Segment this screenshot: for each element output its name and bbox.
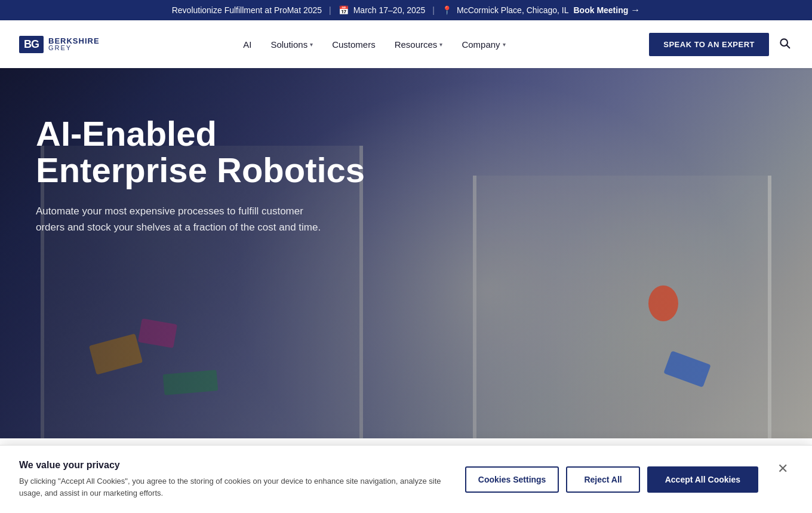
logo-link[interactable]: BG BERKSHIRE GREY <box>19 36 100 53</box>
nav-link-customers-label: Customers <box>332 39 376 50</box>
top-banner: Revolutionize Fulfillment at ProMat 2025… <box>0 0 812 20</box>
banner-cta-link[interactable]: Book Meeting → <box>574 5 641 16</box>
speak-to-expert-button[interactable]: SPEAK TO AN EXPERT <box>649 33 769 56</box>
nav-link-company[interactable]: Company ▾ <box>453 35 513 54</box>
hero-title-line1: AI-Enabled <box>36 114 217 153</box>
logo-line2: GREY <box>48 45 100 51</box>
banner-cta-text: Book Meeting <box>574 5 629 15</box>
svg-line-1 <box>787 45 790 48</box>
nav-link-solutions[interactable]: Solutions ▾ <box>262 35 321 54</box>
banner-sep2: | <box>432 5 435 15</box>
logo-initials: BG <box>24 38 39 51</box>
chevron-down-icon: ▾ <box>310 41 313 48</box>
banner-event-icon: 📅 <box>339 5 349 15</box>
nav-link-solutions-label: Solutions <box>270 39 307 50</box>
nav-link-customers[interactable]: Customers <box>324 35 384 54</box>
nav-link-resources[interactable]: Resources ▾ <box>386 35 451 54</box>
banner-location-icon: 📍 <box>442 5 452 15</box>
nav-link-ai-label: AI <box>243 39 251 50</box>
nav-links: AI Solutions ▾ Customers Resources ▾ Com… <box>235 35 513 54</box>
chevron-down-icon: ▾ <box>503 41 506 48</box>
hero-subtitle: Automate your most expensive processes t… <box>36 203 334 235</box>
logo-text: BERKSHIRE GREY <box>48 37 100 51</box>
banner-text: Revolutionize Fulfillment at ProMat 2025 <box>172 5 322 15</box>
banner-cta-arrow: → <box>630 5 640 16</box>
logo-icon: BG <box>19 36 44 53</box>
chevron-down-icon: ▾ <box>439 41 442 48</box>
banner-date: March 17–20, 2025 <box>353 5 426 15</box>
hero-title-line2: Enterprise Robotics <box>36 150 365 189</box>
hero-section: AI-Enabled Enterprise Robotics Automate … <box>0 68 812 438</box>
main-nav: BG BERKSHIRE GREY AI Solutions ▾ Custome… <box>0 20 812 68</box>
nav-link-company-label: Company <box>462 39 500 50</box>
nav-link-ai[interactable]: AI <box>235 35 260 54</box>
hero-title: AI-Enabled Enterprise Robotics <box>36 116 382 189</box>
banner-sep1: | <box>329 5 331 15</box>
search-icon <box>779 37 791 49</box>
banner-location: McCormick Place, Chicago, IL <box>457 5 569 15</box>
nav-right: SPEAK TO AN EXPERT <box>649 33 793 56</box>
search-button[interactable] <box>776 35 793 54</box>
nav-link-resources-label: Resources <box>395 39 438 50</box>
hero-content: AI-Enabled Enterprise Robotics Automate … <box>0 68 418 283</box>
